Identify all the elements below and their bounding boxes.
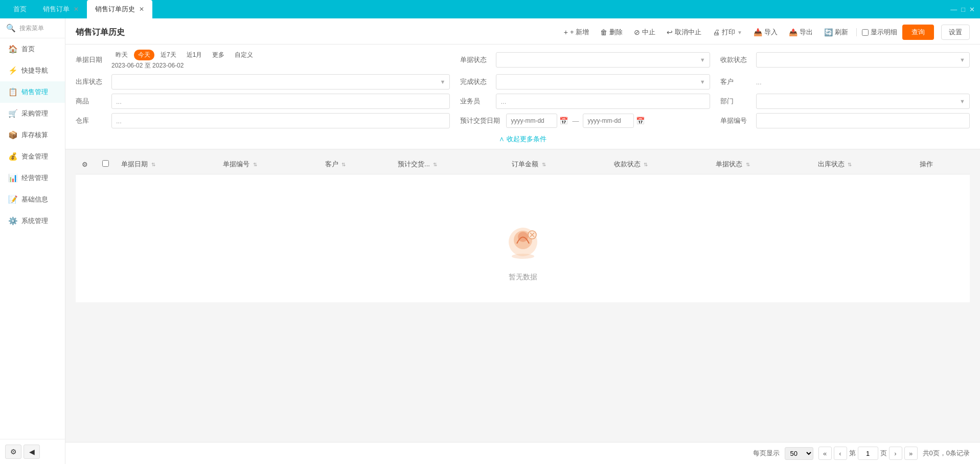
- sidebar-item-sales-mgmt[interactable]: 📋 销售管理: [0, 81, 65, 103]
- tab-sales-order-history-close[interactable]: ✕: [139, 6, 144, 13]
- empty-cell: 暂无数据: [76, 174, 970, 303]
- tab-home-label: 首页: [13, 5, 27, 14]
- calendar-to-icon[interactable]: 📅: [636, 117, 645, 125]
- th-gear[interactable]: ⚙: [76, 154, 96, 174]
- filter-bill-status-item: 单据状态 ▼: [460, 52, 710, 68]
- bill-status-select[interactable]: ▼: [496, 52, 710, 68]
- salesperson-dots[interactable]: ...: [496, 94, 710, 109]
- filter-goods-item: 商品 ...: [76, 94, 450, 109]
- th-expected-delivery[interactable]: 预计交货... ⇅: [392, 154, 506, 174]
- date-chip-custom[interactable]: 自定义: [231, 50, 257, 60]
- last-page-btn[interactable]: »: [904, 447, 918, 460]
- date-chip-1month[interactable]: 近1月: [183, 50, 207, 60]
- import-button[interactable]: 📥 导入: [750, 26, 781, 39]
- sidebar-item-system[interactable]: ⚙️ 系统管理: [0, 210, 65, 232]
- import-label: 导入: [764, 28, 778, 37]
- date-chip-more[interactable]: 更多: [208, 50, 229, 60]
- complete-status-arrow-icon: ▼: [700, 79, 705, 85]
- date-to-input[interactable]: [583, 114, 634, 128]
- query-button[interactable]: 查询: [902, 25, 934, 40]
- add-button[interactable]: + + 新增: [561, 26, 592, 39]
- sidebar-search[interactable]: 🔍 搜索菜单: [0, 18, 65, 38]
- th-bill-status[interactable]: 单据状态 ⇅: [710, 154, 811, 174]
- export-button[interactable]: 📤 导出: [786, 26, 816, 39]
- refresh-label: 刷新: [835, 28, 848, 37]
- settings-button[interactable]: 设置: [941, 25, 970, 40]
- empty-illustration: [497, 215, 549, 267]
- main-layout: 🔍 搜索菜单 🏠 首页 ⚡ 快捷导航 📋 销售管理 🛒 采购管理 📦 库存核算 …: [0, 18, 980, 464]
- th-stock-status[interactable]: 出库状态 ⇅: [812, 154, 914, 174]
- sidebar-bottom: ⚙ ◀: [0, 439, 65, 464]
- display-detail-checkbox[interactable]: 显示明细: [862, 28, 897, 37]
- first-page-btn[interactable]: «: [818, 447, 832, 460]
- select-all-checkbox[interactable]: [102, 160, 109, 167]
- th-order-amount[interactable]: 订单金额 ⇅: [506, 154, 607, 174]
- toolbar: + + 新增 🗑 删除 ⊘ 中止 ↩ 取消中止 🖨 打印: [561, 25, 970, 40]
- content-area: 销售订单历史 + + 新增 🗑 删除 ⊘ 中止 ↩ 取消中止: [65, 18, 980, 464]
- complete-status-select[interactable]: ▼: [496, 74, 710, 90]
- delete-label: 删除: [609, 28, 623, 37]
- print-button[interactable]: 🖨 打印 ▼: [710, 26, 745, 39]
- cancel-stop-button[interactable]: ↩ 取消中止: [664, 26, 704, 39]
- sidebar-item-home[interactable]: 🏠 首页: [0, 38, 65, 60]
- bill-no-label: 单据编号: [720, 116, 756, 125]
- search-icon: 🔍: [6, 24, 15, 33]
- goods-dots[interactable]: ...: [111, 94, 450, 109]
- th-no[interactable]: 单据编号 ⇅: [217, 154, 318, 174]
- receipt-status-select[interactable]: ▼: [756, 52, 970, 68]
- stock-out-arrow-icon: ▼: [440, 79, 446, 85]
- th-customer[interactable]: 客户 ⇅: [319, 154, 392, 174]
- window-maximize[interactable]: □: [961, 6, 965, 13]
- date-range-display: 2023-06-02 至 2023-06-02: [111, 61, 450, 70]
- date-chip-yesterday[interactable]: 昨天: [111, 50, 132, 60]
- th-receipt-status[interactable]: 收款状态 ⇅: [608, 154, 710, 174]
- tab-list: 首页 销售订单 ✕ 销售订单历史 ✕: [5, 0, 152, 18]
- display-detail-input[interactable]: [862, 29, 869, 36]
- sidebar-item-quick-nav[interactable]: ⚡ 快捷导航: [0, 60, 65, 81]
- warehouse-dots[interactable]: ...: [111, 113, 450, 128]
- tab-home[interactable]: 首页: [5, 0, 35, 18]
- cancel-label: 取消中止: [675, 28, 701, 37]
- filter-row-3: 商品 ... 业务员 ... 部门 ▼: [76, 94, 970, 109]
- date-chip-today[interactable]: 今天: [134, 50, 154, 60]
- date-from-input[interactable]: [506, 114, 557, 128]
- page-size-select[interactable]: 50 10 20 100: [785, 447, 813, 460]
- tab-sales-order-label: 销售订单: [43, 5, 70, 14]
- calendar-from-icon[interactable]: 📅: [559, 117, 568, 125]
- th-checkbox[interactable]: [96, 154, 115, 174]
- sidebar-item-base-info[interactable]: 📝 基础信息: [0, 189, 65, 210]
- sidebar-item-operation[interactable]: 📊 经营管理: [0, 167, 65, 189]
- sidebar-item-finance[interactable]: 💰 资金管理: [0, 146, 65, 167]
- stock-out-select[interactable]: ▼: [111, 74, 450, 90]
- stop-button[interactable]: ⊘ 中止: [631, 26, 658, 39]
- sidebar-settings-btn[interactable]: ⚙: [5, 445, 21, 459]
- window-minimize[interactable]: —: [950, 6, 957, 13]
- th-action-label: 操作: [920, 160, 933, 168]
- tab-sales-order-close[interactable]: ✕: [74, 6, 79, 13]
- filter-receipt-status-item: 收款状态 ▼: [720, 52, 970, 68]
- sort-stock-icon: ⇅: [848, 162, 852, 167]
- tab-sales-order[interactable]: 销售订单 ✕: [35, 0, 87, 18]
- window-close[interactable]: ✕: [969, 6, 975, 13]
- sort-delivery-icon: ⇅: [433, 162, 437, 167]
- cancel-icon: ↩: [667, 28, 673, 36]
- tab-sales-order-history[interactable]: 销售订单历史 ✕: [87, 0, 152, 18]
- inventory-icon: 📦: [8, 130, 17, 140]
- dept-select[interactable]: ▼: [756, 94, 970, 109]
- delete-button[interactable]: 🗑 删除: [597, 26, 626, 39]
- sidebar-item-inventory[interactable]: 📦 库存核算: [0, 124, 65, 146]
- th-date[interactable]: 单据日期 ⇅: [115, 154, 217, 174]
- next-page-btn[interactable]: ›: [889, 447, 902, 460]
- bill-no-input[interactable]: [756, 113, 970, 128]
- refresh-button[interactable]: 🔄 刷新: [821, 26, 851, 39]
- current-page-input[interactable]: [858, 447, 878, 460]
- customer-dots[interactable]: ...: [756, 78, 762, 86]
- sidebar-item-purchase-mgmt[interactable]: 🛒 采购管理: [0, 103, 65, 124]
- sort-no-icon: ⇅: [253, 162, 257, 167]
- collapse-filter-btn[interactable]: ∧ 收起更多条件: [76, 132, 970, 144]
- sidebar-collapse-btn[interactable]: ◀: [24, 445, 40, 459]
- bill-status-arrow-icon: ▼: [700, 57, 705, 63]
- import-icon: 📥: [754, 28, 762, 36]
- prev-page-btn[interactable]: ‹: [834, 447, 847, 460]
- date-chip-7days[interactable]: 近7天: [156, 50, 180, 60]
